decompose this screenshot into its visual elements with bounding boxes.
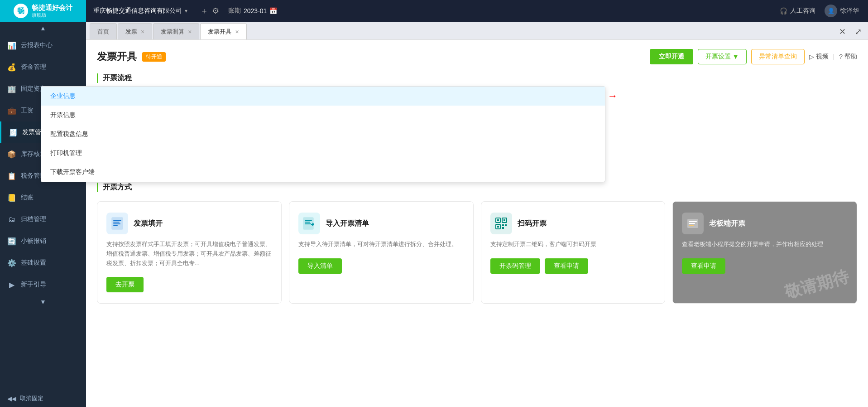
tab-invoice-open[interactable]: 发票开具 × (200, 23, 246, 39)
exception-query-button[interactable]: 异常清单查询 (751, 49, 805, 64)
scan-card-header: 扫码开票 (490, 213, 656, 234)
tab-home[interactable]: 首页 (90, 23, 117, 39)
svg-rect-19 (113, 220, 121, 221)
top-actions: ＋ ⚙ (195, 5, 225, 16)
sidebar-item-cloud-report[interactable]: 📊 云报表中心 (0, 34, 86, 56)
boss-card-header: 老板端开票 (682, 213, 848, 234)
scan-card-footer: 开票码管理 查看申请 (490, 258, 656, 274)
scan-invoice-icon (490, 213, 512, 234)
svg-rect-34 (505, 224, 507, 226)
headset-icon: 🎧 (780, 7, 787, 15)
fill-card-header: 发票填开 (106, 213, 272, 234)
boss-card-desc: 查看老板端小程序提交的开票申请，并作出相应的处理 (682, 240, 848, 249)
settings-button[interactable]: 开票设置 ▼ (698, 49, 747, 64)
period-value: 2023-01 (244, 7, 267, 15)
settings-icon[interactable]: ⚙ (212, 6, 219, 16)
boss-view-apply-btn[interactable]: 查看申请 (682, 258, 725, 274)
unpin-icon: ◀◀ (7, 395, 16, 402)
settings-dropdown-menu: 企业信息 → 开票信息 配置税盘信息 打印机管理 下载开票客户端 (86, 86, 605, 182)
import-card-header: 导入开票清单 (298, 213, 464, 234)
sidebar-cancel-fixed[interactable]: ◀◀ 取消固定 (0, 390, 86, 407)
tab-fullscreen-btn[interactable]: ⤢ (852, 26, 864, 38)
import-invoice-icon (298, 213, 320, 234)
content-area: 首页 发票 × 发票测算 × 发票开具 × ✕ ⤢ (86, 22, 868, 407)
page-title-area: 发票开具 待开通 (97, 50, 166, 63)
dropdown-arrow-wrapper: 企业信息 → (86, 87, 605, 106)
sidebar-item-settings[interactable]: ⚙️ 基础设置 (0, 252, 86, 274)
tab-bar: 首页 发票 × 发票测算 × 发票开具 × ✕ ⤢ (86, 22, 868, 40)
sidebar-item-archive[interactable]: 🗂 归档管理 (0, 208, 86, 230)
help-button[interactable]: ? 帮助 (839, 53, 857, 61)
dropdown-item-download-client[interactable]: 下载开票客户端 (86, 163, 605, 182)
svg-rect-33 (502, 224, 504, 226)
sidebar-label-fund: 资金管理 (21, 63, 46, 71)
fill-card-desc: 支持按照发票样式手工填开发票；可开具增值税电子普通发票、增值税普通发票、增值税专… (106, 240, 272, 268)
video-label: 视频 (816, 53, 829, 61)
svg-rect-30 (497, 219, 499, 221)
svg-rect-31 (504, 219, 505, 221)
process-section-title: 开票流程 (97, 73, 857, 83)
activate-button[interactable]: 立即开通 (650, 49, 693, 64)
sidebar-label-archive: 归档管理 (21, 215, 46, 223)
tab-invoice-label: 发票 (125, 28, 137, 36)
svg-rect-24 (305, 220, 312, 221)
top-bar: 畅 畅捷通好会计 旗舰版 重庆畅捷交通信息咨询有限公司 ▾ ＋ ⚙ 账期 202… (0, 0, 868, 22)
tab-invoice-close[interactable]: × (141, 29, 144, 35)
fill-card-footer: 去开票 (106, 277, 272, 292)
scan-card-title: 扫码开票 (518, 219, 547, 228)
tab-invoice-calc[interactable]: 发票测算 × (153, 23, 199, 39)
svg-rect-35 (502, 227, 504, 229)
sidebar-item-report[interactable]: 🔄 小畅报销 (0, 230, 86, 252)
status-badge: 待开通 (142, 52, 166, 62)
tab-invoice-open-close[interactable]: × (235, 29, 239, 35)
tab-close-btn[interactable]: ✕ (836, 26, 849, 38)
period-label: 账期 (228, 7, 241, 15)
header-actions: 立即开通 开票设置 ▼ 异常清单查询 ▷ 视频 | ? (650, 49, 857, 64)
methods-grid: 发票填开 支持按照发票样式手工填开发票；可开具增值税电子普通发票、增值税普通发票… (97, 201, 857, 304)
sidebar-item-accounts[interactable]: 📒 结账 (0, 187, 86, 208)
dropdown-item-tax-disk[interactable]: 配置税盘信息 (86, 125, 605, 144)
tab-invoice[interactable]: 发票 × (118, 23, 152, 39)
red-arrow-icon: → (608, 90, 618, 102)
period-area: 账期 2023-01 📅 (225, 7, 281, 15)
play-icon: ▷ (809, 53, 814, 60)
dropdown-item-company-info[interactable]: 企业信息 → (86, 87, 605, 106)
company-selector[interactable]: 重庆畅捷交通信息咨询有限公司 ▾ (86, 0, 195, 22)
help-label: 帮助 (844, 53, 857, 61)
report-icon: 🔄 (7, 237, 16, 246)
sidebar-item-fund[interactable]: 💰 资金管理 (0, 56, 86, 78)
calendar-icon[interactable]: 📅 (269, 7, 277, 15)
import-invoice-btn[interactable]: 导入清单 (298, 258, 342, 274)
dropdown-item-invoice-info[interactable]: 开票信息 (86, 106, 605, 125)
logo-icon: 畅 (14, 4, 28, 18)
dropdown-item-printer[interactable]: 打印机管理 (86, 144, 605, 163)
video-button[interactable]: ▷ 视频 (809, 53, 829, 61)
sidebar-item-guide[interactable]: ▶ 新手引导 (0, 274, 86, 296)
user-area[interactable]: 👤 徐泽华 (825, 5, 859, 17)
sidebar: ▲ 📊 云报表中心 💰 资金管理 🏢 固定资产 💼 工资 🧾 发票管理 📦 库存… (0, 22, 86, 407)
ai-consult-btn[interactable]: 🎧 人工咨询 (780, 7, 815, 15)
scan-view-apply-btn[interactable]: 查看申请 (545, 258, 588, 274)
svg-rect-32 (497, 226, 499, 228)
sidebar-scroll-up[interactable]: ▲ (0, 22, 86, 34)
boss-card-title: 老板端开票 (709, 219, 745, 228)
tab-invoice-calc-label: 发票测算 (161, 28, 184, 36)
scan-code-manage-btn[interactable]: 开票码管理 (490, 258, 540, 274)
boss-invoice-icon (682, 213, 704, 234)
fill-card-title: 发票填开 (134, 219, 163, 228)
scan-card-desc: 支持定制开票二维码，客户端可扫码开票 (490, 240, 656, 249)
invoice-icon: 🧾 (9, 128, 18, 137)
logo-text-area: 畅捷通好会计 旗舰版 (32, 4, 72, 19)
add-icon[interactable]: ＋ (200, 5, 208, 16)
method-card-boss: 老板端开票 查看老板端小程序提交的开票申请，并作出相应的处理 查看申请 敬请期待 (672, 201, 857, 304)
unpin-label: 取消固定 (20, 394, 43, 402)
tab-invoice-calc-close[interactable]: × (188, 29, 192, 35)
logo-area: 畅 畅捷通好会计 旗舰版 (0, 0, 86, 22)
sidebar-label-cloud-report: 云报表中心 (21, 41, 53, 49)
svg-rect-21 (113, 223, 120, 224)
import-card-footer: 导入清单 (298, 258, 464, 274)
fill-invoice-btn[interactable]: 去开票 (106, 277, 144, 292)
logo-sub: 旗舰版 (32, 12, 72, 19)
sidebar-scroll-down[interactable]: ▼ (0, 296, 86, 308)
svg-rect-37 (689, 221, 697, 222)
